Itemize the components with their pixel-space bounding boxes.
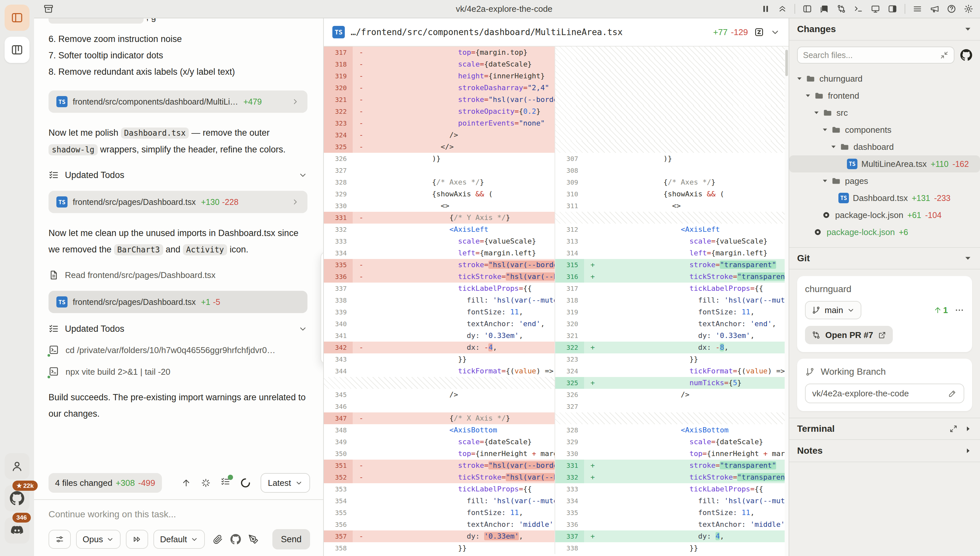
diff-row: 337 tickLabelProps={{317 tickLabelProps=… [324,283,785,294]
diff-view: TS …/frontend/src/components/dashboard/M… [323,18,789,556]
read-file-row[interactable]: Read frontend/src/pages/Dashboard.tsx [48,270,307,280]
line-number: 335 [555,507,584,519]
line-number: 310 [555,188,584,200]
git-section-header[interactable]: Git [789,247,980,270]
github-link-button[interactable]: ★22k [5,485,29,511]
monitor-icon[interactable] [870,4,880,14]
branch-dropdown[interactable]: main [805,301,861,319]
chat-transcript[interactable]: , g 6. Remove zoom instruction noise7. S… [34,18,323,468]
layout-view-button[interactable] [5,5,29,31]
search-input[interactable] [803,50,936,60]
tree-item-Dashboard.tsx[interactable]: TSDashboard.tsx+131-233 [789,189,980,207]
changes-section-header[interactable]: Changes [789,18,980,40]
mode-dropdown[interactable]: Default [153,530,205,549]
composer-settings-button[interactable] [48,530,71,549]
open-pr-button[interactable]: Open PR #7 [805,326,893,344]
code-text: )} [601,153,785,165]
notes-section-header[interactable]: Notes [789,440,980,462]
account-button[interactable] [5,453,29,479]
help-icon[interactable] [946,4,956,14]
code-text: tickFormat={(value) => [601,365,785,377]
github-icon[interactable] [960,49,972,61]
composer: Opus Default Send [34,499,323,556]
send-button[interactable]: Send [272,529,310,550]
tree-item-dashboard[interactable]: dashboard [789,138,980,155]
message-hover-toolbar [321,252,323,364]
diff-row: 326 )}307 )} [324,153,785,165]
tree-item-MultiLineArea.tsx[interactable]: TSMultiLineArea.tsx+110-162 [789,155,980,173]
spark-icon[interactable] [201,478,211,488]
line-number: 334 [555,495,584,507]
diff-rows[interactable]: 317- top={margin.top}318- scale={dateSca… [324,47,785,556]
diff-row: 325- </> [324,141,785,153]
diff-scrollbar[interactable] [785,47,789,556]
terminal-icon[interactable] [854,4,863,14]
kanban-view-button[interactable] [5,37,29,63]
panel-left-icon[interactable] [802,4,812,14]
code-text: stroke="transparent" [601,460,785,472]
line-number: 338 [324,294,353,306]
chevron-down-icon[interactable] [770,27,780,37]
menu-icon[interactable] [912,4,922,14]
tree-item-churnguard[interactable]: churnguard [789,70,980,87]
tree-item-frontend[interactable]: frontend [789,87,980,104]
discord-link-button[interactable]: 346 [5,517,29,543]
pen-tool-icon[interactable] [248,534,258,545]
files-changed-chip[interactable]: 4 files changed +308 -499 [48,473,162,493]
diff-line: 347- {/* X Axis */} [324,412,555,424]
branch-name-field[interactable] [805,383,964,403]
file-change-chip[interactable]: TS frontend/src/components/dashboard/Mul… [48,91,307,113]
git-compare-icon[interactable] [836,4,846,14]
pause-icon[interactable] [761,4,770,13]
terminal-command-row[interactable]: cd /private/var/folders/10/h7w0q46556ggr… [48,344,307,356]
branch-name-input[interactable] [812,388,943,399]
inline-diff-icon[interactable] [754,27,764,37]
line-number: 337 [555,530,584,542]
diff-marker [353,153,370,165]
chat-icon[interactable] [819,4,829,14]
code-text: height={innerHeight} [370,70,555,82]
tree-item-src[interactable]: src [789,104,980,121]
collapse-all-icon[interactable] [777,4,787,14]
diff-row: 319- height={innerHeight} [324,70,785,82]
diff-marker [353,424,370,436]
terminal-command-row[interactable]: npx vite build 2>&1 | tail -20 [48,366,307,377]
updated-todos-row[interactable]: Updated Todos [48,323,307,334]
expand-icon[interactable] [949,425,958,433]
github-icon[interactable] [231,534,241,545]
diff-header: TS …/frontend/src/components/dashboard/M… [324,18,789,47]
fast-forward-button[interactable] [126,530,148,549]
scroll-to-top-icon[interactable] [181,478,191,488]
edit-pencil-icon[interactable] [948,389,957,398]
latest-dropdown[interactable]: Latest [261,473,310,493]
megaphone-icon[interactable] [930,4,940,14]
collapse-tree-icon[interactable] [940,51,949,59]
scrollbar-thumb[interactable] [785,50,788,76]
diff-line: 324 tickFormat={(value) => [555,365,785,377]
tree-item-package-lock.json[interactable]: package-lock.json+6 [789,223,980,241]
panel-right-icon[interactable] [888,4,898,14]
diff-marker [353,235,370,247]
tree-item-components[interactable]: components [789,121,980,138]
updated-todos-row[interactable]: Updated Todos [48,170,307,180]
inline-code: shadow-lg [48,144,98,155]
diff-line: 334 left={margin.left} [324,247,555,259]
code-text: /> [370,129,555,141]
code-text: <AxisLeft [601,223,785,235]
file-change-chip[interactable]: TS frontend/src/pages/Dashboard.tsx +130… [48,191,307,213]
working-branch-title: Working Branch [821,367,886,377]
diff-marker [584,247,601,259]
archive-icon[interactable] [43,3,54,14]
attach-icon[interactable] [213,534,223,545]
more-options-icon[interactable] [954,305,964,315]
tree-item-package-lock.json[interactable]: package-lock.json+61-104 [789,207,980,223]
model-dropdown[interactable]: Opus [76,530,121,549]
diff-row: 352- tickStroke="hsl(var(--border))"332+… [324,472,785,483]
terminal-section-header[interactable]: Terminal [789,418,980,440]
search-files-box[interactable] [797,47,954,64]
git-branch-icon [805,367,815,377]
file-change-chip[interactable]: TS frontend/src/pages/Dashboard.tsx +1-5 [48,291,307,313]
tree-item-pages[interactable]: pages [789,173,980,189]
settings-gear-icon[interactable] [964,4,974,14]
message-input[interactable] [48,509,310,520]
